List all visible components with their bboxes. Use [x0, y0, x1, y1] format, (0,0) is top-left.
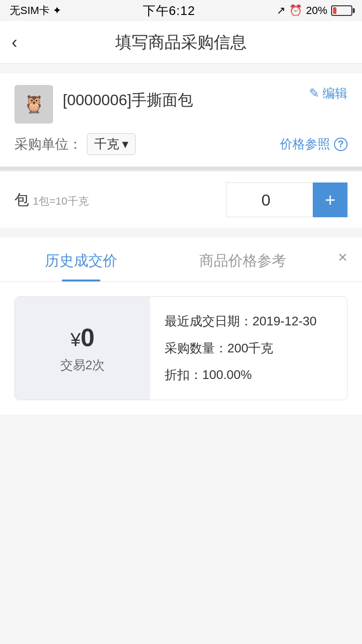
edit-label: 编辑	[322, 85, 348, 102]
transaction-count: 交易2次	[60, 357, 105, 374]
product-thumbnail: 🦉	[14, 85, 53, 124]
currency-symbol: ¥	[70, 330, 81, 350]
quantity-unit-sub: 1包=10千克	[33, 194, 89, 209]
battery-icon	[331, 5, 352, 16]
tab-product-price[interactable]: 商品价格参考	[162, 238, 323, 281]
status-bar: 无SIM卡 ✦ 下午6:12 ↗ ⏰ 20%	[0, 0, 362, 21]
carrier-text: 无SIM卡 ✦	[10, 3, 61, 18]
unit-row: 采购单位： 千克 ▾ 价格参照 ?	[14, 133, 348, 155]
quantity-unit-label: 包 1包=10千克	[14, 190, 89, 210]
quantity-input-group: +	[226, 182, 348, 217]
qty-value: 200千克	[227, 341, 273, 355]
alarm-icon: ⏰	[289, 4, 302, 17]
battery-percent: 20%	[306, 4, 327, 17]
transaction-card: ¥0 交易2次 最近成交日期：2019-12-30 采购数量：200千克 折扣：…	[14, 296, 348, 400]
product-header: 🦉 [0000006]手撕面包 ✎ 编辑	[14, 85, 348, 124]
product-name: [0000006]手撕面包	[63, 85, 193, 111]
transaction-list: ¥0 交易2次 最近成交日期：2019-12-30 采购数量：200千克 折扣：…	[0, 282, 362, 415]
date-value: 2019-12-30	[252, 314, 317, 328]
section-divider	[0, 167, 362, 170]
unit-selector-group: 采购单位： 千克 ▾	[14, 133, 136, 155]
status-right: ↗ ⏰ 20%	[277, 4, 352, 17]
unit-value: 千克	[94, 136, 119, 153]
tabs-header: 历史成交价 商品价格参考 ×	[0, 238, 362, 282]
edit-button[interactable]: ✎ 编辑	[309, 85, 348, 102]
transaction-price: ¥0	[70, 323, 95, 352]
transaction-summary: ¥0 交易2次	[15, 297, 150, 400]
tabs-section: 历史成交价 商品价格参考 × ¥0 交易2次 最近成交日期：2019-12-30…	[0, 238, 362, 415]
product-thumb-icon: 🦉	[23, 94, 45, 114]
back-button[interactable]: ‹	[12, 32, 17, 53]
discount-label: 折扣：	[165, 367, 202, 382]
location-icon: ↗	[277, 4, 285, 17]
status-time: 下午6:12	[143, 2, 195, 19]
price-value: 0	[81, 323, 95, 351]
date-label: 最近成交日期：	[165, 314, 252, 328]
transaction-discount-row: 折扣：100.00%	[165, 365, 333, 385]
tab-product-price-label: 商品价格参考	[199, 252, 286, 268]
info-icon: ?	[334, 138, 348, 151]
quantity-unit-main: 包	[14, 190, 29, 210]
product-info: 🦉 [0000006]手撕面包	[14, 85, 193, 124]
chevron-down-icon: ▾	[122, 137, 128, 152]
tab-history-price[interactable]: 历史成交价	[0, 238, 162, 281]
price-reference-button[interactable]: 价格参照 ?	[280, 136, 348, 153]
unit-select[interactable]: 千克 ▾	[87, 133, 136, 155]
content-area	[0, 415, 362, 644]
transaction-qty-row: 采购数量：200千克	[165, 338, 333, 359]
price-ref-label: 价格参照	[280, 136, 330, 153]
close-button[interactable]: ×	[323, 248, 362, 271]
status-left: 无SIM卡 ✦	[10, 3, 61, 18]
page-title: 填写商品采购信息	[115, 31, 247, 54]
quantity-row: 包 1包=10千克 +	[0, 171, 362, 228]
nav-bar: ‹ 填写商品采购信息	[0, 21, 362, 64]
discount-value: 100.00%	[202, 367, 252, 382]
unit-label: 采购单位：	[14, 135, 82, 154]
transaction-date-row: 最近成交日期：2019-12-30	[165, 311, 333, 332]
quantity-input[interactable]	[226, 182, 313, 217]
edit-icon: ✎	[309, 86, 320, 101]
transaction-details: 最近成交日期：2019-12-30 采购数量：200千克 折扣：100.00%	[150, 297, 347, 400]
product-card: 🦉 [0000006]手撕面包 ✎ 编辑 采购单位： 千克 ▾ 价格参照 ?	[0, 73, 362, 167]
tab-history-price-label: 历史成交价	[45, 252, 117, 268]
quantity-plus-button[interactable]: +	[313, 182, 348, 217]
qty-label: 采购数量：	[165, 341, 227, 355]
